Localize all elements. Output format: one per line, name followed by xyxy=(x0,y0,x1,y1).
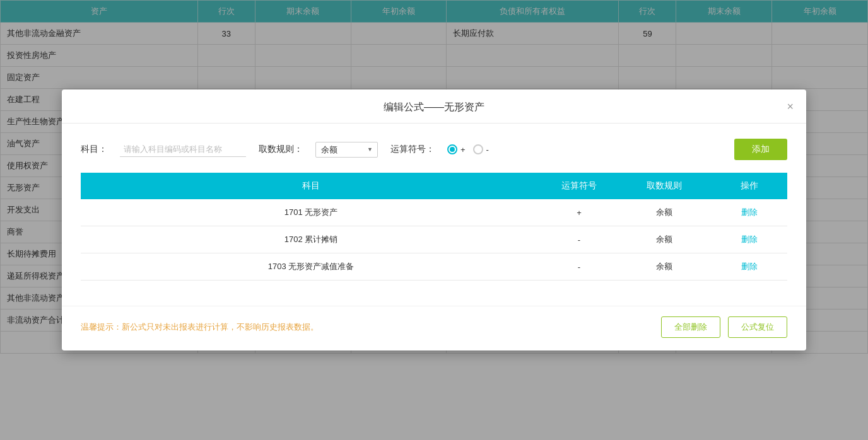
rule-select[interactable]: 余额 借方发生额 贷方发生额 xyxy=(315,142,378,158)
delete-all-button[interactable]: 全部删除 xyxy=(661,316,720,338)
delete-link-1[interactable]: 删除 xyxy=(741,234,758,244)
col-operator: 运算符号 xyxy=(541,173,617,199)
modal-body: 科目： 取数规则： 余额 借方发生额 贷方发生额 运算符号： + xyxy=(62,124,806,306)
col-subject: 科目 xyxy=(81,173,541,199)
row-action-1[interactable]: 删除 xyxy=(712,226,787,253)
row-subject-1: 1702 累计摊销 xyxy=(81,226,541,253)
delete-link-2[interactable]: 删除 xyxy=(741,262,758,271)
add-button[interactable]: 添加 xyxy=(734,139,787,160)
subject-input[interactable] xyxy=(120,142,246,157)
footer-hint: 温馨提示：新公式只对未出报表进行计算，不影响历史报表数据。 xyxy=(81,321,319,333)
table-row: 1703 无形资产减值准备 - 余额 删除 xyxy=(81,253,787,281)
subject-label: 科目： xyxy=(81,144,107,155)
modal-overlay: 编辑公式——无形资产 × 科目： 取数规则： 余额 借方发生额 贷方发生额 运算… xyxy=(0,0,868,440)
row-action-2[interactable]: 删除 xyxy=(712,253,787,281)
radio-plus-label: + xyxy=(460,145,466,154)
radio-minus-circle xyxy=(473,144,483,154)
row-rule-1: 余额 xyxy=(617,226,712,253)
row-operator-0: + xyxy=(541,199,617,226)
radio-minus-label: - xyxy=(486,145,489,154)
operator-label: 运算符号： xyxy=(390,144,435,155)
row-rule-0: 余额 xyxy=(617,199,712,226)
reset-formula-button[interactable]: 公式复位 xyxy=(728,316,787,338)
row-subject-2: 1703 无形资产减值准备 xyxy=(81,253,541,281)
radio-plus-circle xyxy=(447,144,457,154)
radio-plus[interactable]: + xyxy=(447,144,466,154)
delete-link-0[interactable]: 删除 xyxy=(741,207,758,217)
col-rule: 取数规则 xyxy=(617,173,712,199)
row-rule-2: 余额 xyxy=(617,253,712,281)
row-operator-2: - xyxy=(541,253,617,281)
table-row: 1701 无形资产 + 余额 删除 xyxy=(81,199,787,226)
col-action: 操作 xyxy=(712,173,787,199)
operator-radio-group: + - xyxy=(447,144,489,154)
modal-header: 编辑公式——无形资产 × xyxy=(62,90,806,124)
table-row: 1702 累计摊销 - 余额 删除 xyxy=(81,226,787,253)
close-button[interactable]: × xyxy=(787,101,794,112)
modal-footer: 温馨提示：新公式只对未出报表进行计算，不影响历史报表数据。 全部删除 公式复位 xyxy=(62,306,806,350)
footer-buttons: 全部删除 公式复位 xyxy=(661,316,787,338)
rule-select-wrap[interactable]: 余额 借方发生额 贷方发生额 xyxy=(315,142,378,158)
row-subject-0: 1701 无形资产 xyxy=(81,199,541,226)
rule-label: 取数规则： xyxy=(259,144,303,155)
row-operator-1: - xyxy=(541,226,617,253)
radio-minus[interactable]: - xyxy=(473,144,489,154)
form-row: 科目： 取数规则： 余额 借方发生额 贷方发生额 运算符号： + xyxy=(81,139,787,160)
row-action-0[interactable]: 删除 xyxy=(712,199,787,226)
modal-title: 编辑公式——无形资产 xyxy=(384,101,484,114)
modal-dialog: 编辑公式——无形资产 × 科目： 取数规则： 余额 借方发生额 贷方发生额 运算… xyxy=(62,90,806,350)
formula-table: 科目 运算符号 取数规则 操作 1701 无形资产 + 余额 删除 xyxy=(81,173,787,281)
